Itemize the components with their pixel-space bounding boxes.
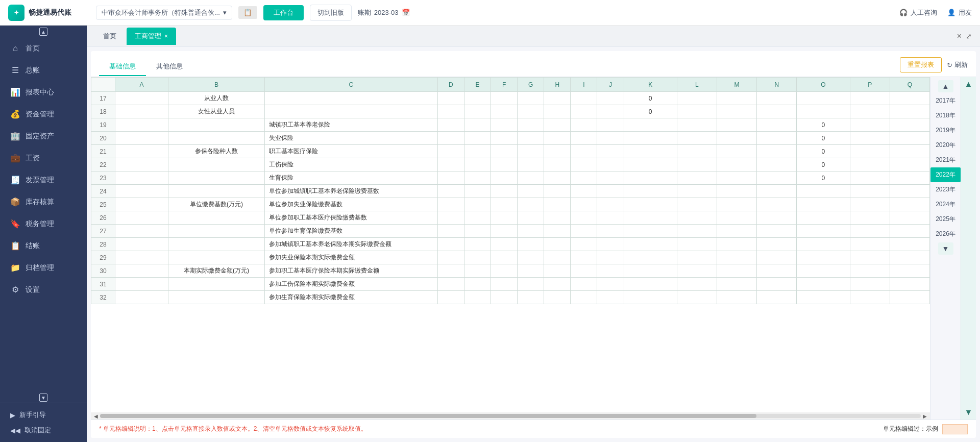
cell-28-l[interactable] [677, 238, 717, 251]
cell-32-e[interactable] [464, 291, 491, 304]
cell-24-i[interactable] [571, 185, 597, 198]
sidebar-item-wages[interactable]: 💼 工资 [0, 147, 87, 169]
cell-22-n[interactable] [757, 158, 797, 171]
cell-20-b[interactable] [168, 132, 265, 145]
cell-22-h[interactable] [544, 158, 571, 171]
cell-31-p[interactable] [850, 278, 890, 291]
cancel-pin-btn[interactable]: ◀◀ 取消固定 [8, 424, 79, 437]
cell-25-a[interactable] [115, 198, 168, 211]
cell-17-d[interactable] [437, 92, 464, 105]
cell-24-f[interactable] [491, 185, 518, 198]
cell-20-d[interactable] [437, 132, 464, 145]
cell-24-k[interactable] [624, 185, 677, 198]
cell-24-o[interactable] [797, 185, 850, 198]
cell-17-e[interactable] [464, 92, 491, 105]
cell-32-m[interactable] [717, 291, 756, 304]
cell-19-q[interactable] [890, 118, 929, 132]
cell-20-o[interactable]: 0 [797, 132, 850, 145]
sidebar-item-funds[interactable]: 💰 资金管理 [0, 103, 87, 125]
new-guide-btn[interactable]: ▶ 新手引导 [8, 408, 79, 422]
cell-28-j[interactable] [597, 238, 624, 251]
cell-18-e[interactable] [464, 105, 491, 118]
cell-28-e[interactable] [464, 238, 491, 251]
calendar-icon[interactable]: 📅 [402, 9, 410, 16]
cell-20-m[interactable] [717, 132, 756, 145]
cell-29-a[interactable] [115, 251, 168, 264]
cell-17-j[interactable] [597, 92, 624, 105]
cell-22-a[interactable] [115, 158, 168, 171]
cell-22-d[interactable] [437, 158, 464, 171]
window-expand-icon[interactable]: ⤢ [966, 32, 972, 40]
cell-27-p[interactable] [850, 225, 890, 238]
cell-28-n[interactable] [757, 238, 797, 251]
year-2018[interactable]: 2018年 [930, 108, 961, 123]
tab-close-icon[interactable]: × [164, 33, 168, 40]
cell-21-c[interactable]: 职工基本医疗保险 [265, 145, 438, 158]
cell-19-l[interactable] [677, 118, 717, 132]
cell-31-a[interactable] [115, 278, 168, 291]
year-2022[interactable]: 2022年 [930, 167, 961, 182]
cell-28-b[interactable] [168, 238, 265, 251]
cell-26-e[interactable] [464, 211, 491, 225]
cell-27-j[interactable] [597, 225, 624, 238]
sidebar-item-archive[interactable]: 📁 归档管理 [0, 257, 87, 279]
cell-30-l[interactable] [677, 264, 717, 278]
cell-31-m[interactable] [717, 278, 756, 291]
cell-20-i[interactable] [571, 132, 597, 145]
cell-21-g[interactable] [518, 145, 544, 158]
cell-21-f[interactable] [491, 145, 518, 158]
cell-18-a[interactable] [115, 105, 168, 118]
cell-28-c[interactable]: 参加城镇职工基本养老保险本期实际缴费金额 [265, 238, 438, 251]
cell-31-i[interactable] [571, 278, 597, 291]
cell-17-q[interactable] [890, 92, 929, 105]
cell-27-n[interactable] [757, 225, 797, 238]
table-scroll[interactable]: A B C D E F G H I J [91, 77, 930, 412]
cell-26-m[interactable] [717, 211, 756, 225]
cell-22-m[interactable] [717, 158, 756, 171]
cell-25-l[interactable] [677, 198, 717, 211]
cell-21-i[interactable] [571, 145, 597, 158]
cell-19-d[interactable] [437, 118, 464, 132]
cell-27-m[interactable] [717, 225, 756, 238]
cell-30-d[interactable] [437, 264, 464, 278]
year-2020[interactable]: 2020年 [930, 138, 961, 153]
cell-24-l[interactable] [677, 185, 717, 198]
cell-27-q[interactable] [890, 225, 929, 238]
cell-23-f[interactable] [491, 171, 518, 185]
user-area[interactable]: 👤 用友 [947, 8, 972, 17]
cell-32-k[interactable] [624, 291, 677, 304]
cell-19-o[interactable]: 0 [797, 118, 850, 132]
cell-22-q[interactable] [890, 158, 929, 171]
cell-21-o[interactable]: 0 [797, 145, 850, 158]
cell-24-a[interactable] [115, 185, 168, 198]
cell-31-e[interactable] [464, 278, 491, 291]
cell-32-p[interactable] [850, 291, 890, 304]
cell-30-g[interactable] [518, 264, 544, 278]
refresh-button[interactable]: ↻ 刷新 [947, 60, 968, 69]
cell-24-m[interactable] [717, 185, 756, 198]
cell-24-g[interactable] [518, 185, 544, 198]
cell-21-j[interactable] [597, 145, 624, 158]
cell-25-p[interactable] [850, 198, 890, 211]
cell-21-p[interactable] [850, 145, 890, 158]
cell-18-p[interactable] [850, 105, 890, 118]
cell-28-i[interactable] [571, 238, 597, 251]
side-nav-down[interactable]: ▼ [962, 405, 976, 420]
cell-31-j[interactable] [597, 278, 624, 291]
cell-18-o[interactable] [797, 105, 850, 118]
cell-21-h[interactable] [544, 145, 571, 158]
year-2023[interactable]: 2023年 [930, 182, 961, 197]
cell-18-h[interactable] [544, 105, 571, 118]
cell-30-o[interactable] [797, 264, 850, 278]
cell-32-o[interactable] [797, 291, 850, 304]
cell-30-n[interactable] [757, 264, 797, 278]
year-2019[interactable]: 2019年 [930, 123, 961, 138]
cell-25-h[interactable] [544, 198, 571, 211]
cell-29-e[interactable] [464, 251, 491, 264]
cell-26-l[interactable] [677, 211, 717, 225]
cell-25-g[interactable] [518, 198, 544, 211]
cell-17-a[interactable] [115, 92, 168, 105]
cell-31-c[interactable]: 参加工伤保险本期实际缴费金额 [265, 278, 438, 291]
cell-31-q[interactable] [890, 278, 929, 291]
cell-17-f[interactable] [491, 92, 518, 105]
